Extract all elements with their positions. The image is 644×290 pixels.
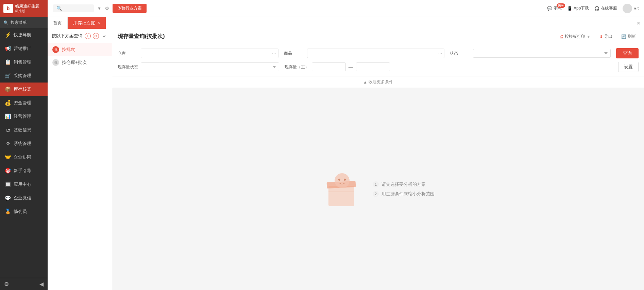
warehouse-field: 仓库 ··· <box>118 49 278 58</box>
export-btn[interactable]: ⬇ 导出 <box>597 33 615 40</box>
svg-point-4 <box>344 179 346 181</box>
experience-btn[interactable]: 体验行业方案 <box>113 4 147 13</box>
sidebar-item-marketing[interactable]: 📢 营销推广 <box>0 42 48 55</box>
search-topbar-icon: 🔍 <box>56 6 62 11</box>
query-area: 现存量查询(按批次) 🖨 按模板打印 ▼ ⬇ 导出 🔄 刷新 <box>112 29 644 290</box>
print-btn[interactable]: 🖨 按模板打印 ▼ <box>557 33 593 40</box>
warehouse-input-wrapper[interactable]: ··· <box>141 49 278 58</box>
sidebar-item-operations[interactable]: 📊 经营管理 <box>0 110 48 123</box>
topbar-settings-icon[interactable]: ⚙ <box>105 5 109 12</box>
collapse-filter-icon[interactable]: « <box>101 33 108 39</box>
search-icon: 🔍 <box>3 20 9 25</box>
scheme-settings-icon[interactable]: ⚙ <box>93 33 99 39</box>
tab-home[interactable]: 首页 <box>48 17 68 29</box>
refresh-icon: 🔄 <box>621 34 626 39</box>
topbar-search-box[interactable]: 🔍 <box>53 4 94 12</box>
collapse-sidebar-icon[interactable]: ◀ <box>39 281 44 287</box>
filter-row-2: 现存量状态 现存量（主） — 设置 <box>118 62 639 72</box>
collapse-chevron-icon: ▲ <box>363 80 367 85</box>
quantity-max-input[interactable] <box>356 62 390 71</box>
sidebar-item-member[interactable]: 🏅 畅会员 <box>0 205 48 218</box>
quantity-min-input[interactable] <box>312 62 346 71</box>
settings-footer-icon[interactable]: ⚙ <box>4 281 9 287</box>
product-input-wrapper[interactable]: ··· <box>307 49 445 58</box>
sidebar-item-guide[interactable]: 🎯 新手引导 <box>0 164 48 178</box>
sidebar-logo: b <box>3 4 13 13</box>
warehouse-input[interactable] <box>143 51 272 56</box>
app-download-btn[interactable]: 📱 App下载 <box>567 5 589 11</box>
user-profile-btn[interactable]: Rit <box>623 4 639 13</box>
scheme-warehouse-batch-icon: 批 <box>52 59 59 66</box>
product-input[interactable] <box>309 51 438 56</box>
quantity-label: 现存量（主） <box>285 64 309 70</box>
product-more-icon[interactable]: ··· <box>438 51 442 56</box>
collab-icon: 🤝 <box>5 154 11 160</box>
operations-icon: 📊 <box>5 113 11 120</box>
page-title: 现存量查询(按批次) <box>118 33 165 40</box>
sidebar-item-system[interactable]: ⚙ 系统管理 <box>0 137 48 150</box>
query-header: 现存量查询(按批次) 🖨 按模板打印 ▼ ⬇ 导出 🔄 刷新 <box>112 29 644 44</box>
system-icon: ⚙ <box>5 141 11 147</box>
filter-row-1: 仓库 ··· 商品 ··· 状态 <box>118 48 639 58</box>
empty-illustration <box>322 169 362 210</box>
shortcut-icon: ⚡ <box>5 32 11 38</box>
warehouse-more-icon[interactable]: ··· <box>272 51 276 56</box>
marketing-icon: 📢 <box>5 46 11 52</box>
scheme-batch-icon: 批 <box>52 46 59 53</box>
collapse-conditions-btn[interactable]: ▲ 收起更多条件 <box>112 76 644 88</box>
print-icon: 🖨 <box>559 34 563 39</box>
member-icon: 🏅 <box>5 209 11 215</box>
print-chevron-icon: ▼ <box>587 34 591 39</box>
scheme-by-warehouse-batch[interactable]: 批 按仓库+批次 <box>48 56 112 69</box>
close-panel-btn[interactable]: ✕ <box>633 20 644 26</box>
tabbar: 首页 库存批次账 ✕ ✕ <box>48 17 644 29</box>
headset-icon: 🎧 <box>594 6 599 11</box>
sidebar: b 畅康通好生意 标准版 🔍 搜索菜单 ⚡ 快捷导航 📢 营销推广 📋 销售管理… <box>0 0 48 290</box>
purchase-icon: 🛒 <box>5 73 11 79</box>
sidebar-item-wechat[interactable]: 💬 企业微信 <box>0 191 48 205</box>
scheme-by-batch[interactable]: 批 按批次 <box>48 43 112 56</box>
close-icon: ✕ <box>637 20 641 26</box>
topbar: 🔍 ▼ ⚙ 体验行业方案 💬 消息 99+ 📱 App下载 🎧 在线客服 Rit <box>48 0 644 17</box>
sidebar-item-apps[interactable]: 🔲 应用中心 <box>0 178 48 191</box>
query-button[interactable]: 查询 <box>616 48 639 58</box>
topbar-chevron-icon[interactable]: ▼ <box>97 6 101 11</box>
sidebar-item-inventory[interactable]: 📦 库存核算 <box>0 83 48 96</box>
export-icon: ⬇ <box>599 34 603 39</box>
sidebar-footer: ⚙ ◀ <box>0 278 48 290</box>
topbar-search-input[interactable] <box>63 6 90 11</box>
inventory-status-label: 现存量状态 <box>118 64 138 70</box>
inventory-status-select[interactable] <box>141 62 279 71</box>
status-label: 状态 <box>450 51 470 56</box>
empty-state: 1 请先选择要分析的方案 2 用过滤条件来缩小分析范围 <box>112 88 644 290</box>
sidebar-item-basic[interactable]: 🗂 基础信息 <box>0 123 48 137</box>
sidebar-item-collab[interactable]: 🤝 企业协同 <box>0 150 48 164</box>
refresh-btn[interactable]: 🔄 刷新 <box>618 33 639 40</box>
inventory-icon: 📦 <box>5 86 11 92</box>
sales-icon: 📋 <box>5 59 11 65</box>
sidebar-item-shortcut[interactable]: ⚡ 快捷导航 <box>0 28 48 42</box>
sidebar-item-sales[interactable]: 📋 销售管理 <box>0 55 48 69</box>
status-select[interactable] <box>473 49 611 58</box>
query-header-actions: 🖨 按模板打印 ▼ ⬇ 导出 🔄 刷新 <box>557 33 639 40</box>
sidebar-item-finance[interactable]: 💰 资金管理 <box>0 96 48 110</box>
message-badge: 99+ <box>557 3 565 8</box>
status-field: 状态 <box>450 49 611 58</box>
main-area: 🔍 ▼ ⚙ 体验行业方案 💬 消息 99+ 📱 App下载 🎧 在线客服 Rit <box>48 0 644 290</box>
product-field: 商品 ··· <box>284 49 445 58</box>
guide-icon: 🎯 <box>5 168 11 174</box>
sidebar-search[interactable]: 🔍 搜索菜单 <box>0 17 48 28</box>
tab-close-icon[interactable]: ✕ <box>97 21 100 25</box>
tab-batch-account[interactable]: 库存批次账 ✕ <box>68 17 106 29</box>
svg-point-2 <box>335 173 350 188</box>
sidebar-item-purchase[interactable]: 🛒 采购管理 <box>0 69 48 83</box>
warehouse-label: 仓库 <box>118 51 138 56</box>
product-label: 商品 <box>284 51 304 56</box>
svg-rect-0 <box>328 186 354 206</box>
empty-hints: 1 请先选择要分析的方案 2 用过滤条件来缩小分析范围 <box>373 181 435 197</box>
add-scheme-icon[interactable]: + <box>85 33 91 39</box>
message-btn[interactable]: 💬 消息 99+ <box>547 5 562 11</box>
basic-icon: 🗂 <box>5 127 11 133</box>
online-service-btn[interactable]: 🎧 在线客服 <box>594 5 617 11</box>
settings-button[interactable]: 设置 <box>618 62 639 72</box>
